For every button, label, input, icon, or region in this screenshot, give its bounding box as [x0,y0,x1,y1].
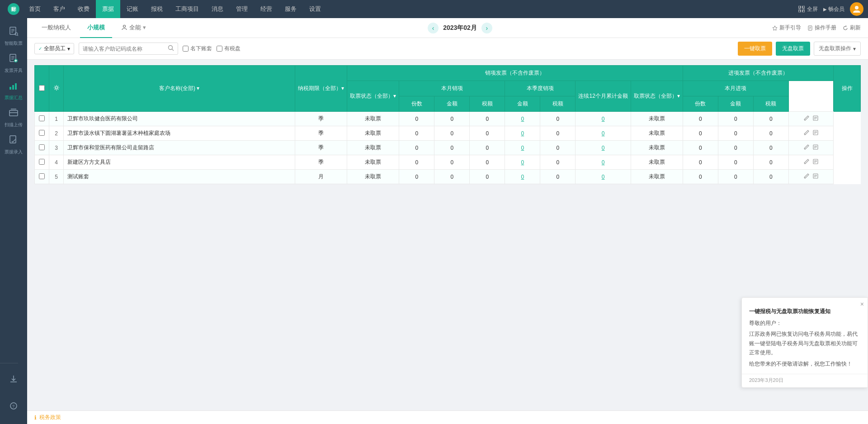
fullscreen-button[interactable]: 全屏 [798,5,818,13]
table-row: 5 测试账套 月 未取票 0 0 0 0 0 0 未取票 0 0 0 [35,170,861,184]
nav-management[interactable]: 管理 [230,0,254,18]
row-detail-icon[interactable] [812,173,819,181]
sidebar-label-invoice-summary: 票据汇总 [5,95,23,101]
row-purchase-status: 未取票 [631,141,683,155]
header-sales-quarterly-tax: 税额 [540,96,576,112]
sidebar-divider [0,363,18,363]
header-purchase-monthly-tax: 税额 [753,96,788,112]
header-customer[interactable]: 客户名称(全部) ▾ [64,66,295,112]
refresh-button[interactable]: 刷新 [843,24,861,32]
row-sales-quarterly-amount: 0 [505,155,540,170]
notification-scroll[interactable]: 一键报税与无盘取票功能恢复通知 尊敬的用户： 江苏政务网已恢复访问电子税务局功能… [742,298,868,387]
row-purchase-monthly-amount: 0 [718,155,753,170]
nav-invoice[interactable]: 票据 [96,0,120,18]
table-row: 2 卫辉市汲水镇下圆湖薯薯蓝木种植家庭农场 季 未取票 0 0 0 0 0 0 … [35,126,861,141]
row-customer: 新建区方方文具店 [64,155,295,170]
diskless-op-dropdown[interactable]: 无盘取票操作 ▾ [814,42,861,56]
user-avatar[interactable] [850,2,863,16]
header-purchase-fetch-status[interactable]: 取票状态（全部）▾ [631,81,683,112]
header-tax-period[interactable]: 纳税期限（全部）▾ [295,66,347,112]
svg-point-6 [855,6,859,10]
tab-general[interactable]: 一般纳税人 [34,18,78,38]
tab-small[interactable]: 小规模 [80,18,112,38]
one-click-fetch-button[interactable]: 一键取票 [738,42,772,56]
sidebar-item-help[interactable]: ? [0,392,27,419]
row-detail-icon[interactable] [812,115,819,123]
row-purchase-monthly-count: 0 [683,155,718,170]
guide-button[interactable]: 新手引导 [772,24,801,32]
row-purchase-monthly-tax: 0 [753,112,788,126]
sidebar-item-smart-fetch[interactable]: 智能取票 [0,23,27,50]
row-sales-cumulative: 0 [576,170,631,184]
row-actions [788,126,833,141]
row-tax-period: 季 [295,141,347,155]
svg-rect-21 [12,85,14,90]
header-actions: 操作 [834,66,861,112]
manual-button[interactable]: 操作手册 [807,24,836,32]
diskless-fetch-button[interactable]: 无盘取票 [776,42,810,56]
svg-rect-22 [15,83,17,90]
svg-rect-5 [802,10,805,12]
app-logo[interactable]: 财 [5,0,23,18]
sidebar-label-smart-fetch: 智能取票 [5,40,23,47]
tax-policy-link[interactable]: 税务政策 [39,414,61,421]
row-checkbox[interactable] [39,159,45,165]
nav-tax[interactable]: 报税 [145,0,169,18]
row-actions [788,112,833,126]
mine-label: 名下账套 [190,45,212,52]
row-purchase-status: 未取票 [631,155,683,170]
svg-point-36 [169,46,173,50]
row-checkbox[interactable] [39,144,45,150]
row-tax-period: 季 [295,155,347,170]
mine-checkbox-label[interactable]: 名下账套 [183,45,212,52]
row-checkbox[interactable] [39,115,45,121]
svg-rect-2 [798,6,801,8]
row-sales-cumulative: 0 [576,141,631,155]
nav-message[interactable]: 消息 [205,0,230,18]
row-purchase-monthly-amount: 0 [718,126,753,141]
notification-close-button[interactable]: × [860,300,864,308]
sidebar-item-invoice-summary[interactable]: 票据汇总 [0,77,27,104]
nav-bookkeeping[interactable]: 记账 [120,0,145,18]
row-edit-icon[interactable] [803,115,810,123]
period-prev-button[interactable]: ‹ [428,23,439,33]
tax-disk-checkbox-label[interactable]: 有税盘 [217,45,241,52]
notification-date: 2023年3月20日 [742,374,868,387]
tab-all[interactable]: 全能 ▾ [114,18,153,38]
row-checkbox[interactable] [39,173,45,179]
sidebar-item-data-entry[interactable]: 票据录入 [0,131,27,158]
nav-operation[interactable]: 经营 [254,0,278,18]
tax-disk-checkbox[interactable] [217,46,222,52]
nav-business[interactable]: 工商项目 [169,0,205,18]
svg-point-38 [55,87,57,89]
header-sales-group: 销项发票（不含作废票） [347,66,683,81]
period-next-button[interactable]: › [481,23,492,33]
row-sales-monthly-count: 0 [399,112,434,126]
search-input[interactable] [79,44,164,54]
mine-checkbox[interactable] [183,46,189,52]
nav-home[interactable]: 首页 [23,0,47,18]
nav-customer[interactable]: 客户 [47,0,71,18]
search-button[interactable] [164,43,178,54]
table-row: 3 卫辉市保和堂医药有限公司走留路店 季 未取票 0 0 0 0 0 0 未取票… [35,141,861,155]
row-detail-icon[interactable] [812,144,819,152]
vip-button[interactable]: ▶ 畅会员 [823,5,844,13]
sidebar-item-issue-invoice[interactable]: 发票开具 [0,50,27,77]
table-body: 1 卫辉市玖玖健合医药有限公司 季 未取票 0 0 0 0 0 0 未取票 0 … [35,112,861,184]
row-edit-icon[interactable] [803,144,810,152]
row-edit-icon[interactable] [803,158,810,166]
row-edit-icon[interactable] [803,129,810,137]
row-actions [788,141,833,155]
row-detail-icon[interactable] [812,129,819,137]
sidebar-item-scan-upload[interactable]: 扫描上传 [0,104,27,131]
row-detail-icon[interactable] [812,158,819,166]
select-all-checkbox[interactable] [39,85,45,91]
row-edit-icon[interactable] [803,173,810,181]
employee-filter[interactable]: ✓ 全部员工 ▾ [34,43,74,54]
header-sales-fetch-status[interactable]: 取票状态（全部）▾ [347,81,399,112]
sidebar-item-download[interactable] [0,365,27,392]
nav-service[interactable]: 服务 [278,0,303,18]
nav-collection[interactable]: 收费 [71,0,96,18]
nav-settings[interactable]: 设置 [303,0,327,18]
row-checkbox[interactable] [39,130,45,136]
